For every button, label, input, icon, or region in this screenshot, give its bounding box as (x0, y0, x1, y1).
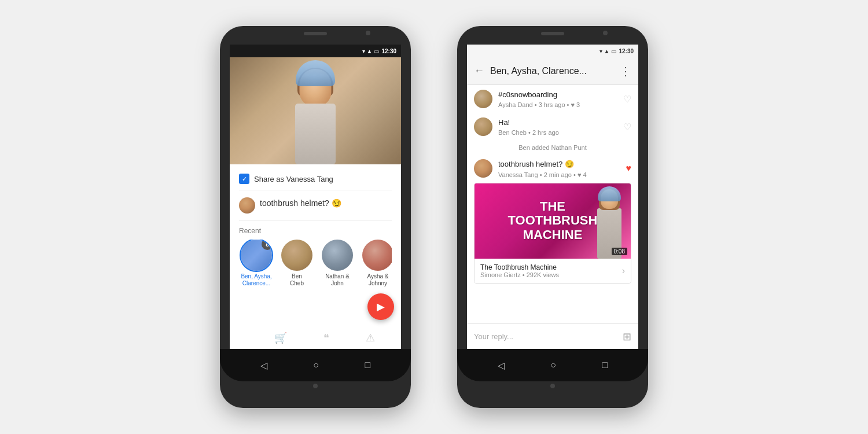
conv-more-button[interactable]: ⋮ (620, 64, 631, 78)
video-chevron-right: › (622, 266, 625, 276)
message-item-aysha: #c0snowboarding Aysha Dand • 3 hrs ago •… (467, 85, 638, 113)
system-message-nathan: Ben added Nathan Punt (467, 141, 638, 155)
nav-back-2[interactable]: ◁ (498, 360, 505, 371)
vanessa-avatar-img (239, 197, 255, 214)
share-as-row[interactable]: ✓ Share as Vanessa Tang (239, 171, 392, 190)
message-preview-text: toothbrush helmet? 😏 (260, 197, 341, 208)
contact-avatar-ben[interactable] (281, 240, 312, 271)
contact-name-ben: BenCheb (290, 273, 304, 287)
phone-2: ▾ ▲ ▭ 12:30 ← Ben, Aysha, Clarence... ⋮ … (457, 26, 648, 408)
figure-helmet (296, 60, 335, 86)
preview-avatar (239, 197, 255, 214)
contact-name-nathan: Nathan &John (325, 273, 350, 287)
video-title-overlay: THETOOTHBRUSHMACHINE (502, 200, 604, 242)
video-thumb-conv: THETOOTHBRUSHMACHINE 0:08 (475, 183, 631, 259)
like-button-aysha[interactable]: ♡ (623, 94, 631, 105)
battery-icon: ▭ (374, 48, 379, 54)
phone-speaker-1 (304, 32, 327, 35)
share-sheet: ✓ Share as Vanessa Tang toothbrush helme… (230, 164, 401, 294)
message-item-ben: Ha! Ben Cheb • 2 hrs ago ♡ (467, 113, 638, 141)
figure-container (275, 57, 356, 164)
phone-bottom-2: ◁ ○ □ (457, 349, 648, 381)
like-button-vanessa[interactable]: ♥ (626, 163, 632, 174)
msg-content-vanessa: toothbrush helmet? 😏 (498, 159, 620, 170)
msg-body-aysha: #c0snowboarding Aysha Dand • 3 hrs ago •… (498, 90, 617, 108)
status-time-1: 12:30 (381, 48, 396, 54)
nav-square-1[interactable]: □ (365, 360, 371, 370)
nav-home-1[interactable]: ○ (313, 360, 319, 370)
message-item-vanessa: toothbrush helmet? 😏 Vanessa Tang • 2 mi… (467, 155, 638, 182)
video-card[interactable]: THETOOTHBRUSHMACHINE 0:08 The Toothbrush… (474, 183, 631, 284)
quotes-icon: ❝ (323, 332, 329, 344)
signal-icon: ▲ (367, 48, 373, 54)
video-info-sub: Simone Giertz • 292K views (480, 271, 617, 278)
contact-badge-group: 8 (262, 240, 272, 250)
conv-status-time: 12:30 (619, 48, 634, 54)
phone-screen-2: ▾ ▲ ▭ 12:30 ← Ben, Aysha, Clarence... ⋮ … (467, 45, 638, 349)
conv-battery-icon: ▭ (611, 48, 616, 54)
msg-body-ben: Ha! Ben Cheb • 2 hrs ago (498, 117, 617, 136)
contact-avatar-nathan[interactable] (322, 240, 353, 271)
conv-back-button[interactable]: ← (474, 65, 484, 77)
video-info-title: The Toothbrush Machine (480, 263, 617, 271)
girl-helmet-s (598, 186, 621, 201)
status-icons-1: ▾ ▲ ▭ (362, 48, 380, 54)
conv-scroll[interactable]: #c0snowboarding Aysha Dand • 3 hrs ago •… (467, 85, 638, 323)
phone-camera-1 (366, 31, 370, 35)
like-button-ben[interactable]: ♡ (623, 122, 631, 133)
phone-speaker-2 (541, 32, 564, 35)
phone-top-bar-2 (457, 26, 648, 45)
nav-home-2[interactable]: ○ (550, 360, 556, 370)
phone-dot-1 (313, 384, 318, 388)
msg-meta-ben: Ben Cheb • 2 hrs ago (498, 129, 617, 136)
reply-input[interactable]: Your reply... (474, 332, 618, 341)
status-bar-1: ▾ ▲ ▭ 12:30 (230, 45, 401, 57)
phone-bottom-1: ◁ ○ □ (220, 349, 411, 381)
avatar-vanessa (474, 159, 492, 178)
video-info-row[interactable]: The Toothbrush Machine Simone Giertz • 2… (475, 259, 631, 283)
video-thumbnail-1 (230, 57, 401, 164)
send-fab[interactable]: ▶ (367, 293, 394, 320)
video-duration: 0:08 (612, 248, 627, 255)
conv-wifi-icon: ▾ (599, 48, 602, 54)
share-as-checkbox[interactable]: ✓ (239, 174, 249, 184)
contacts-row: 8 Ben, Aysha,Clarence... BenCheb Nathan … (239, 240, 392, 287)
nav-back-1[interactable]: ◁ (260, 360, 267, 371)
cart-icon: 🛒 (274, 332, 287, 344)
msg-content-aysha: #c0snowboarding (498, 90, 617, 100)
msg-meta-aysha: Aysha Dand • 3 hrs ago • ♥ 3 (498, 101, 617, 108)
alert-icon: ⚠ (366, 332, 375, 344)
conv-status-icons: ▾ ▲ ▭ (599, 48, 617, 54)
contact-item-ben[interactable]: BenCheb (279, 240, 314, 287)
phone-camera-2 (603, 31, 608, 35)
conv-header: ← Ben, Aysha, Clarence... ⋮ (467, 57, 638, 85)
contact-item-group[interactable]: 8 Ben, Aysha,Clarence... (239, 240, 274, 287)
recent-label: Recent (239, 221, 392, 240)
conv-status-bar: ▾ ▲ ▭ 12:30 (467, 45, 638, 57)
contact-avatar-aysha2[interactable] (362, 240, 392, 271)
phone-top-bar-1 (220, 26, 411, 45)
contact-avatar-group[interactable]: 8 (241, 240, 272, 271)
contact-item-nathan[interactable]: Nathan &John (320, 240, 355, 287)
contact-name-aysha2: Aysha &Johnny (367, 273, 388, 287)
reply-bar: Your reply... ⊞ (467, 323, 638, 349)
conv-title: Ben, Aysha, Clarence... (490, 66, 614, 76)
phone-1: ▾ ▲ ▭ 12:30 ✓ Share as Vanessa Tang (220, 26, 411, 408)
nav-square-2[interactable]: □ (602, 360, 608, 370)
message-preview-row: toothbrush helmet? 😏 (239, 190, 392, 221)
msg-content-ben: Ha! (498, 117, 617, 128)
contact-item-aysha2[interactable]: Aysha &Johnny (361, 240, 392, 287)
avatar-ben (474, 117, 492, 136)
contact-name-group: Ben, Aysha,Clarence... (241, 273, 271, 287)
reply-attach-icon[interactable]: ⊞ (623, 330, 631, 343)
wifi-icon: ▾ (362, 48, 365, 54)
phone-screen-1: ▾ ▲ ▭ 12:30 ✓ Share as Vanessa Tang (230, 45, 401, 349)
video-info-text: The Toothbrush Machine Simone Giertz • 2… (480, 263, 617, 278)
share-as-label: Share as Vanessa Tang (254, 175, 333, 183)
phone-dot-2 (550, 384, 555, 388)
msg-meta-vanessa: Vanessa Tang • 2 min ago • ♥ 4 (498, 171, 620, 178)
share-bottom-icons: 🛒 ❝ ⚠ (239, 332, 401, 344)
msg-body-vanessa: toothbrush helmet? 😏 Vanessa Tang • 2 mi… (498, 159, 620, 178)
conv-signal-icon: ▲ (604, 48, 610, 54)
avatar-aysha (474, 90, 492, 108)
